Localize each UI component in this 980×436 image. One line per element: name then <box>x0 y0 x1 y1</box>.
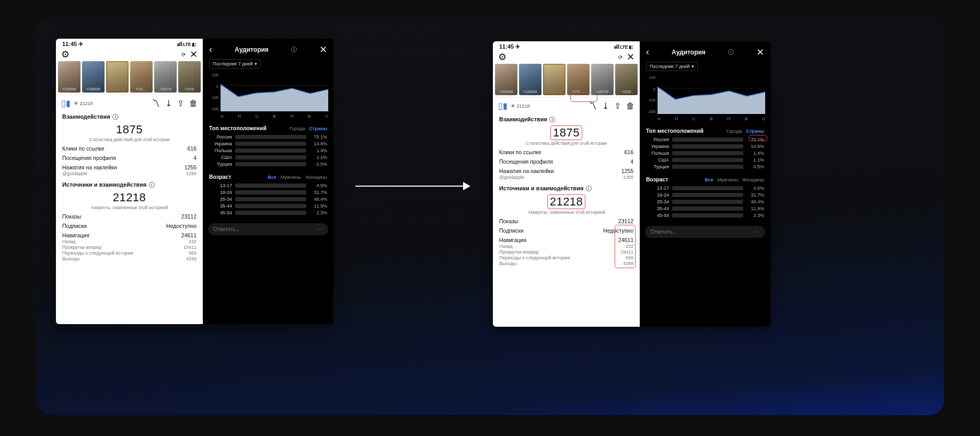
download-circle-icon[interactable]: ⟳ <box>618 54 622 60</box>
reply-bar[interactable]: ⋯ <box>645 226 765 238</box>
story-thumb-selected[interactable]: … <box>106 61 129 93</box>
trash-icon[interactable]: 🗑 <box>189 99 198 108</box>
close-icon[interactable]: ✕ <box>756 48 764 57</box>
metric-row: Посещения профиля4 <box>62 152 197 161</box>
insights-icon[interactable]: ▯▮ <box>498 101 508 111</box>
insights-icon[interactable]: ▯▮ <box>61 98 71 108</box>
reach-total: 21218 <box>62 191 197 204</box>
reply-bar[interactable]: ⋯ <box>208 223 328 235</box>
interactions-section: Взаимодействия i 1875 Статистика действи… <box>56 110 203 178</box>
save-icon[interactable]: ⤓ <box>602 101 609 111</box>
arrow-icon <box>355 179 470 193</box>
reach-title: Источники и взаимодействия <box>62 181 147 188</box>
back-icon[interactable]: ‹ <box>209 44 212 55</box>
more-icon[interactable]: ⋯ <box>754 229 760 235</box>
bar-row: Украина14.8% <box>209 141 327 146</box>
metric-row: Навигация24611 <box>62 229 197 238</box>
story-thumb[interactable]: ≈222 <box>178 61 201 93</box>
bar-row: Россия75.1% <box>209 134 327 140</box>
date-range-picker[interactable]: Последние 7 дней ▾ <box>646 62 698 71</box>
network-status: 𝗮𝗹𝗹 LTE ▮▯ <box>177 42 197 47</box>
download-circle-icon[interactable]: ⟳ <box>181 52 186 58</box>
close-icon[interactable]: ✕ <box>190 50 198 59</box>
status-bar: 11:45 ✈ 𝗮𝗹𝗹 LTE ▮▯ <box>56 39 203 49</box>
interactions-sub: Статистика действий для этой истории <box>62 137 197 142</box>
more-icon[interactable]: ⋯ <box>317 226 323 232</box>
age-tabs[interactable]: ВсеМужчиныЖенщины <box>268 175 327 180</box>
bar-row: 45-542.3% <box>209 210 327 215</box>
bar-row: 13-174.5% <box>646 186 764 191</box>
nav-subrow: Назад232 <box>62 238 197 244</box>
clock: 11:45 ✈ <box>62 41 83 48</box>
audience-header: ‹ Аудитория i ✕ <box>203 39 333 58</box>
interactions-total: 1875 <box>62 123 197 136</box>
story-thumb[interactable]: ≈18920 <box>82 61 105 93</box>
bar-row: 18-2431.7% <box>646 192 764 198</box>
card-after: 11:45 ✈𝗮𝗹𝗹 LTE ▮▯ ⚙ ⟳✕ ≈25000 ≈18920 … ≈… <box>493 41 770 327</box>
insights-panel: 11:45 ✈ 𝗮𝗹𝗹 LTE ▮▯ ⚙ ⟳ ✕ ≈25000 ≈18920 …… <box>56 39 203 324</box>
bar-row: 35-4411.9% <box>209 203 327 209</box>
share-icon[interactable]: ⇪ <box>177 98 184 108</box>
stage: 11:45 ✈ 𝗮𝗹𝗹 LTE ▮▯ ⚙ ⟳ ✕ ≈25000 ≈18920 …… <box>37 18 944 415</box>
locations-tabs[interactable]: ГородаСтраны <box>290 126 327 131</box>
info-icon[interactable]: i <box>112 114 118 120</box>
bar-row: Турция0.5% <box>209 162 327 167</box>
age-bars: 13-174.5%18-2431.7%25-3448.4%35-4411.9%4… <box>209 183 327 215</box>
bar-row: 45-542.3% <box>646 213 764 218</box>
insights-toolbar: ▯▮ 👁 21218 〽 ⤓ ⇪ 🗑 <box>56 95 203 110</box>
reply-input[interactable] <box>650 229 750 235</box>
close-icon[interactable]: ✕ <box>319 45 327 54</box>
reach-sub: Аккаунты, охваченные этой историей <box>62 205 197 210</box>
bar-row: 35-4411.9% <box>646 206 764 211</box>
story-thumb[interactable]: ≈2270 <box>154 61 177 93</box>
bar-row: 13-174.5% <box>209 183 327 188</box>
trend-icon[interactable]: 〽 <box>152 99 160 108</box>
bar-row: Украина14.8% <box>646 144 764 149</box>
bar-row: Польша1.4% <box>646 151 764 156</box>
bar-row: Польша1.4% <box>209 148 327 153</box>
metric-subrow: @goldapple1255 <box>62 170 197 176</box>
reply-input[interactable] <box>213 226 313 232</box>
highlight-value: 1875 <box>550 125 582 140</box>
audience-title: Аудитория <box>235 46 269 53</box>
info-icon[interactable]: i <box>291 47 297 52</box>
locations-title: Топ местоположений <box>209 125 267 131</box>
interactions-title: Взаимодействия <box>62 113 110 120</box>
age-section: Возраст ВсеМужчиныЖенщины 13-174.5%18-24… <box>203 169 333 218</box>
metric-row: Нажатия на наклейки1255 <box>62 161 197 170</box>
bar-row: Россия75.1% <box>646 137 764 142</box>
insights-topbar: ⚙ ⟳ ✕ <box>56 49 203 61</box>
save-icon[interactable]: ⤓ <box>165 98 172 108</box>
stories-carousel[interactable]: ≈25000 ≈18920 … ≈23… ≈2270 ≈222 <box>56 61 203 95</box>
story-thumb[interactable]: ≈23… <box>130 61 153 93</box>
nav-subrow: Прокрутка вперед19411 <box>62 244 197 250</box>
reach-section: Источники и взаимодействия i 21218 Аккау… <box>56 178 203 263</box>
trash-icon[interactable]: 🗑 <box>626 101 635 111</box>
insights-panel: 11:45 ✈𝗮𝗹𝗹 LTE ▮▯ ⚙ ⟳✕ ≈25000 ≈18920 … ≈… <box>493 41 640 327</box>
close-icon[interactable]: ✕ <box>627 52 635 62</box>
stories-carousel[interactable]: ≈25000 ≈18920 … ≈23… ≈2270 ≈222 <box>493 64 640 97</box>
bar-row: США1.1% <box>209 155 327 160</box>
metric-row: Клики по ссылке616 <box>62 142 197 152</box>
bar-row: 25-3448.4% <box>209 197 327 202</box>
age-title: Возраст <box>209 174 231 180</box>
audience-panel: ‹Аудиторияi✕ Последние 7 дней ▾ 1000-100… <box>640 41 770 327</box>
back-icon[interactable]: ‹ <box>646 47 649 58</box>
date-range-picker[interactable]: Последние 7 дней ▾ <box>209 59 261 68</box>
story-thumb[interactable]: ≈25000 <box>58 61 80 93</box>
audience-panel: ‹ Аудитория i ✕ Последние 7 дней ▾ 100 0… <box>203 39 333 324</box>
metric-row: Показы23112 <box>62 210 197 220</box>
gear-icon[interactable]: ⚙ <box>61 50 70 59</box>
chevron-down-icon: ▾ <box>255 61 257 66</box>
nav-subrow: Выходы4299 <box>62 256 197 261</box>
metric-row: ПодпискиНедоступно <box>62 220 197 229</box>
card-before: 11:45 ✈ 𝗮𝗹𝗹 LTE ▮▯ ⚙ ⟳ ✕ ≈25000 ≈18920 …… <box>56 39 333 324</box>
highlight-value: 21218 <box>547 194 586 209</box>
info-icon[interactable]: i <box>149 182 155 188</box>
locations-section: Топ местоположений ГородаСтраны Россия75… <box>203 121 333 169</box>
gear-icon[interactable]: ⚙ <box>498 52 506 62</box>
nav-subrow: Переходы к следующей истории669 <box>62 250 197 256</box>
share-icon[interactable]: ⇪ <box>614 101 621 111</box>
bar-row: 18-2431.7% <box>209 190 327 195</box>
trend-icon[interactable]: 〽 <box>589 101 597 111</box>
